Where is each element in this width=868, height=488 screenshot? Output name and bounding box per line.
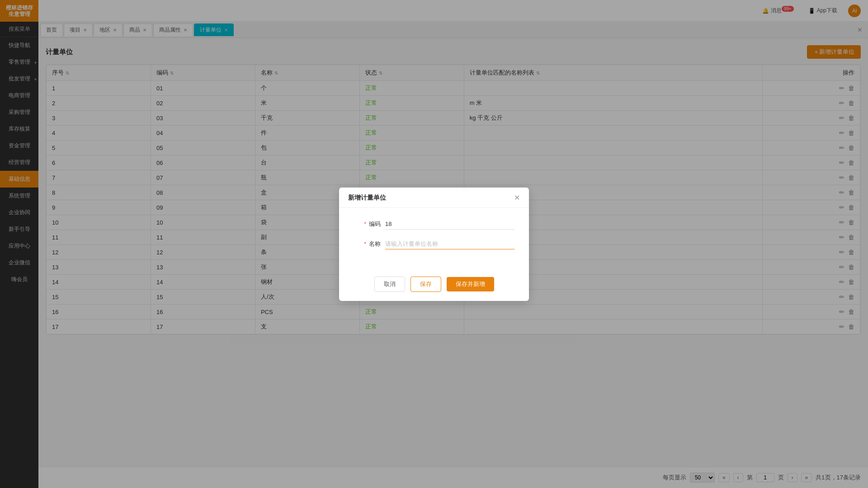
code-input[interactable]	[385, 219, 514, 230]
modal-footer: 取消 保存 保存并新增	[339, 269, 529, 301]
name-label: * 名称	[354, 240, 381, 248]
cancel-button[interactable]: 取消	[374, 277, 405, 292]
save-button[interactable]: 保存	[410, 277, 441, 292]
save-and-new-button[interactable]: 保存并新增	[447, 277, 494, 291]
modal-overlay: 新增计量单位 ✕ * 编码 * 名称 取消 保存 保存并新增	[0, 0, 868, 488]
modal-title: 新增计量单位	[348, 194, 386, 202]
name-input[interactable]	[385, 239, 514, 249]
code-field-row: * 编码	[354, 219, 514, 230]
add-unit-modal: 新增计量单位 ✕ * 编码 * 名称 取消 保存 保存并新增	[339, 188, 529, 301]
required-star: *	[364, 240, 366, 247]
name-field-row: * 名称	[354, 239, 514, 249]
code-label: * 编码	[354, 220, 381, 228]
modal-header: 新增计量单位 ✕	[339, 188, 529, 208]
required-star: *	[364, 221, 366, 227]
modal-close-button[interactable]: ✕	[514, 194, 520, 202]
modal-body: * 编码 * 名称	[339, 208, 529, 269]
